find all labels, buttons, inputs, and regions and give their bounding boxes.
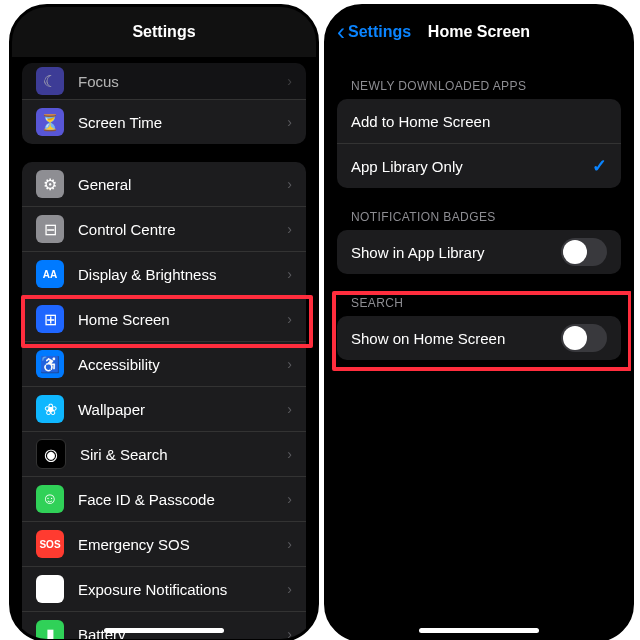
settings-row-display-brightness[interactable]: AADisplay & Brightness› <box>22 251 306 296</box>
settings-row-wallpaper[interactable]: ❀Wallpaper› <box>22 386 306 431</box>
settings-row-exposure-notifications[interactable]: ✱Exposure Notifications› <box>22 566 306 611</box>
chevron-right-icon: › <box>287 446 292 462</box>
toggle[interactable] <box>561 238 607 266</box>
chevron-right-icon: › <box>287 311 292 327</box>
chevron-right-icon: › <box>287 266 292 282</box>
home-indicator[interactable] <box>419 628 539 633</box>
check-icon: ✓ <box>592 155 607 177</box>
accessibility-icon: ♿ <box>36 350 64 378</box>
row-label: Home Screen <box>78 311 287 328</box>
row-label: Control Centre <box>78 221 287 238</box>
row-label: App Library Only <box>351 158 592 175</box>
row-label: Face ID & Passcode <box>78 491 287 508</box>
row-label: Display & Brightness <box>78 266 287 283</box>
siri-icon: ◉ <box>36 439 66 469</box>
settings-group: ☾Focus›⏳Screen Time› <box>22 63 306 144</box>
settings-root-screen: Settings ☾Focus›⏳Screen Time›⚙General›⊟C… <box>9 4 319 640</box>
row-show-on-home-screen[interactable]: Show on Home Screen <box>337 316 621 360</box>
back-label: Settings <box>348 23 411 41</box>
row-label: General <box>78 176 287 193</box>
nav-title: Settings <box>132 23 195 41</box>
settings-row-emergency-sos[interactable]: SOSEmergency SOS› <box>22 521 306 566</box>
chevron-right-icon: › <box>287 114 292 130</box>
row-label: Emergency SOS <box>78 536 287 553</box>
row-show-in-app-library[interactable]: Show in App Library <box>337 230 621 274</box>
row-label: Accessibility <box>78 356 287 373</box>
settings-group: ⚙General›⊟Control Centre›AADisplay & Bri… <box>22 162 306 640</box>
text-size-icon: AA <box>36 260 64 288</box>
chevron-left-icon: ‹ <box>337 18 345 46</box>
row-label: Screen Time <box>78 114 287 131</box>
sos-icon: SOS <box>36 530 64 558</box>
two-phone-screenshot: Settings ☾Focus›⏳Screen Time›⚙General›⊟C… <box>0 0 640 640</box>
row-label: Show on Home Screen <box>351 330 561 347</box>
settings-row-siri-search[interactable]: ◉Siri & Search› <box>22 431 306 476</box>
chevron-right-icon: › <box>287 73 292 89</box>
settings-row-home-screen[interactable]: ⊞Home Screen› <box>22 296 306 341</box>
row-app-library-only[interactable]: App Library Only✓ <box>337 143 621 188</box>
row-label: Siri & Search <box>80 446 287 463</box>
nav-bar: ‹ Settings Home Screen <box>327 7 631 57</box>
row-label: Focus <box>78 73 287 90</box>
nav-bar: Settings <box>12 7 316 57</box>
row-add-to-home-screen[interactable]: Add to Home Screen <box>337 99 621 143</box>
chevron-right-icon: › <box>287 176 292 192</box>
settings-row-battery[interactable]: ▮Battery› <box>22 611 306 640</box>
chevron-right-icon: › <box>287 401 292 417</box>
row-label: Wallpaper <box>78 401 287 418</box>
chevron-right-icon: › <box>287 626 292 640</box>
hourglass-icon: ⏳ <box>36 108 64 136</box>
row-label: Exposure Notifications <box>78 581 287 598</box>
battery-icon: ▮ <box>36 620 64 640</box>
chevron-right-icon: › <box>287 221 292 237</box>
chevron-right-icon: › <box>287 536 292 552</box>
row-label: Show in App Library <box>351 244 561 261</box>
section-header: Search <box>351 296 631 310</box>
row-label: Add to Home Screen <box>351 113 607 130</box>
chevron-right-icon: › <box>287 491 292 507</box>
settings-row-screen-time[interactable]: ⏳Screen Time› <box>22 99 306 144</box>
section-header: Newly Downloaded Apps <box>351 79 631 93</box>
nav-title: Home Screen <box>428 23 530 41</box>
settings-group: Add to Home ScreenApp Library Only✓ <box>337 99 621 188</box>
toggles-icon: ⊟ <box>36 215 64 243</box>
settings-list[interactable]: ☾Focus›⏳Screen Time›⚙General›⊟Control Ce… <box>12 63 316 640</box>
toggle[interactable] <box>561 324 607 352</box>
moon-icon: ☾ <box>36 67 64 95</box>
settings-row-focus[interactable]: ☾Focus› <box>22 63 306 99</box>
faceid-icon: ☺ <box>36 485 64 513</box>
settings-row-general[interactable]: ⚙General› <box>22 162 306 206</box>
settings-row-accessibility[interactable]: ♿Accessibility› <box>22 341 306 386</box>
section-header: Notification Badges <box>351 210 631 224</box>
settings-row-control-centre[interactable]: ⊟Control Centre› <box>22 206 306 251</box>
home-indicator[interactable] <box>104 628 224 633</box>
home-screen-settings-screen: ‹ Settings Home Screen Newly Downloaded … <box>324 4 634 640</box>
chevron-right-icon: › <box>287 356 292 372</box>
grid-icon: ⊞ <box>36 305 64 333</box>
flower-icon: ❀ <box>36 395 64 423</box>
settings-row-face-id-passcode[interactable]: ☺Face ID & Passcode› <box>22 476 306 521</box>
back-button[interactable]: ‹ Settings <box>337 7 411 57</box>
settings-list[interactable]: Newly Downloaded AppsAdd to Home ScreenA… <box>327 79 631 360</box>
gear-icon: ⚙ <box>36 170 64 198</box>
virus-icon: ✱ <box>36 575 64 603</box>
settings-group: Show on Home Screen <box>337 316 621 360</box>
chevron-right-icon: › <box>287 581 292 597</box>
settings-group: Show in App Library <box>337 230 621 274</box>
